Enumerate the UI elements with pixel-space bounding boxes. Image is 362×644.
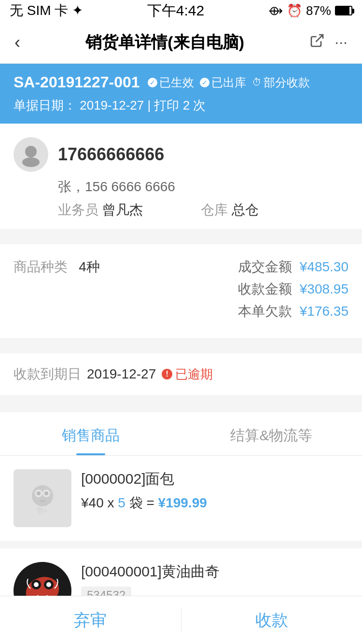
due-label: 收款到期日 — [14, 365, 81, 383]
deal-amount-value: ¥485.30 — [300, 259, 348, 275]
cancel-button[interactable]: 弃审 — [0, 600, 181, 641]
due-section: 收款到期日 2019-12-27 ! 已逾期 — [0, 353, 362, 395]
clock-icon: ⏱ — [252, 77, 262, 88]
battery-level: 87% — [306, 3, 331, 18]
product-price-1: ¥40 x 5 袋 = ¥199.99 — [81, 494, 348, 512]
warehouse-name: 总仓 — [232, 201, 259, 219]
product-kind-value: 4种 — [79, 259, 100, 274]
product-thumbnail-1: 鸮+ — [14, 469, 71, 527]
product-total-1: ¥199.99 — [158, 495, 207, 510]
check-icon-effective: ✓ — [148, 78, 157, 87]
battery-icon — [335, 6, 352, 15]
check-icon-outstock: ✓ — [200, 78, 209, 87]
svg-text:鸮+: 鸮+ — [37, 506, 47, 514]
status-right: ⟴ ⏰ 87% — [268, 3, 352, 18]
badge-partial: ⏱ 部分收款 — [252, 75, 310, 90]
order-date-row: 单据日期： 2019-12-27 | 打印 2 次 — [14, 97, 348, 114]
tab-sales-products[interactable]: 销售商品 — [0, 412, 181, 455]
avatar — [14, 137, 48, 172]
product-name-1: [0000002]面包 — [81, 469, 348, 489]
nav-actions: ··· — [309, 33, 348, 52]
product-kind-label: 商品种类 — [14, 259, 68, 274]
due-date: 2019-12-27 — [87, 366, 156, 382]
deal-amount-label: 成交金额 — [238, 258, 292, 276]
svg-point-0 — [25, 146, 37, 157]
confirm-button[interactable]: 收款 — [181, 600, 362, 641]
sales-name: 曾凡杰 — [102, 201, 143, 219]
svg-point-6 — [44, 491, 48, 495]
overdue-text: 已逾期 — [175, 366, 213, 383]
svg-point-5 — [37, 491, 41, 495]
product-qty-1: 5 — [118, 495, 125, 510]
badge-effective: ✓ 已生效 — [148, 75, 194, 90]
customer-contact: 张，156 6666 6666 — [14, 178, 348, 196]
svg-point-1 — [22, 157, 40, 167]
debt-label: 本单欠款 — [238, 302, 292, 321]
status-time: 下午4:42 — [147, 1, 204, 21]
received-value: ¥308.95 — [300, 281, 348, 297]
warehouse-label: 仓库 — [201, 201, 228, 219]
badge-outstock: ✓ 已出库 — [200, 75, 246, 90]
customer-section: 17666666666 张，156 6666 6666 业务员 曾凡杰 仓库 总… — [0, 124, 362, 229]
nav-bar: ‹ 销货单详情(来自电脑) ··· — [0, 21, 362, 64]
status-left: 无 SIM 卡 ✦ — [10, 1, 83, 20]
overdue-badge: ! 已逾期 — [162, 366, 213, 383]
divider2 — [0, 338, 362, 346]
back-button[interactable]: ‹ — [14, 32, 20, 53]
debt-value: ¥176.35 — [300, 304, 348, 319]
status-badges: ✓ 已生效 ✓ 已出库 ⏱ 部分收款 — [148, 75, 310, 90]
share-icon[interactable] — [309, 33, 325, 52]
list-item: 鸮+ [0000002]面包 ¥40 x 5 袋 = ¥199.99 — [0, 456, 362, 541]
tabs-section: 销售商品 结算&物流等 — [0, 412, 362, 456]
product-name-2: [000400001]黄油曲奇 — [81, 562, 348, 582]
overdue-icon: ! — [162, 369, 172, 379]
location-icon: ⟴ — [268, 3, 283, 18]
received-label: 收款金额 — [238, 280, 292, 298]
customer-id: 17666666666 — [58, 144, 164, 165]
divider1 — [0, 229, 362, 237]
svg-point-13 — [46, 582, 51, 587]
customer-meta: 业务员 曾凡杰 仓库 总仓 — [14, 201, 348, 219]
tab-settlement[interactable]: 结算&物流等 — [181, 412, 362, 455]
svg-point-12 — [34, 582, 39, 587]
more-icon[interactable]: ··· — [334, 33, 348, 51]
divider3 — [0, 395, 362, 403]
alarm-icon: ⏰ — [287, 3, 302, 18]
product-info-1: [0000002]面包 ¥40 x 5 袋 = ¥199.99 — [81, 469, 348, 512]
sales-label: 业务员 — [58, 201, 98, 219]
header-banner: SA-20191227-001 ✓ 已生效 ✓ 已出库 ⏱ 部分收款 单据日期：… — [0, 64, 362, 124]
order-id: SA-20191227-001 — [14, 73, 140, 91]
page-title: 销货单详情(来自电脑) — [85, 31, 244, 54]
svg-point-2 — [32, 485, 53, 506]
status-bar: 无 SIM 卡 ✦ 下午4:42 ⟴ ⏰ 87% — [0, 0, 362, 21]
amount-stats: 成交金额 ¥485.30 收款金额 ¥308.95 本单欠款 ¥176.35 — [238, 258, 348, 324]
bottom-bar: 弃审 收款 — [0, 596, 362, 644]
stats-section: 商品种类 4种 成交金额 ¥485.30 收款金额 ¥308.95 本单欠款 ¥… — [0, 244, 362, 338]
